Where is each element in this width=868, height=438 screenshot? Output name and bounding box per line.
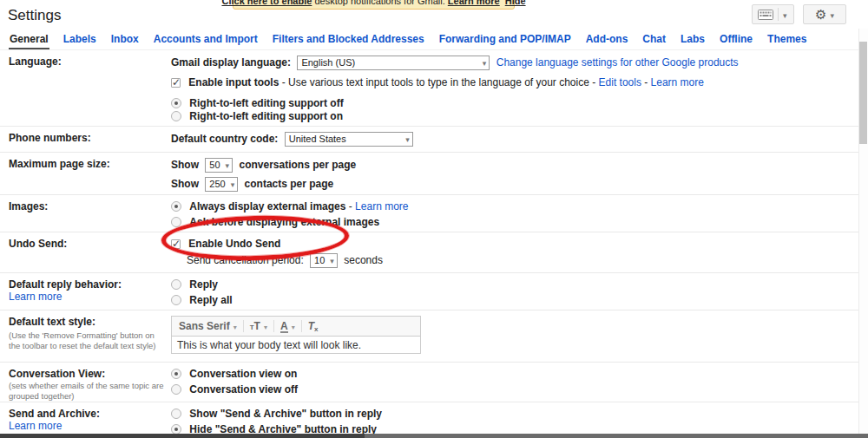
row-default-text-style: Default text style: (Use the 'Remove For… (0, 310, 868, 362)
input-tools-line: Enable input tools - Use various text in… (171, 76, 868, 89)
phone-numbers-label: Phone numbers: (9, 132, 91, 144)
tab-labels[interactable]: Labels (62, 30, 97, 49)
row-conversation-view: Conversation View: (sets whether emails … (0, 362, 868, 402)
input-tools-desc: - Use various text input tools to type i… (279, 76, 598, 88)
enable-input-tools-checkbox[interactable] (171, 78, 181, 88)
dropdown-arrow-icon (226, 159, 230, 173)
display-language-select[interactable]: English (US) (297, 56, 490, 70)
undo-send-label: Undo Send: (9, 238, 67, 250)
enable-undo-send-line: Enable Undo Send (171, 238, 868, 251)
rtl-on-label: Right-to-left editing support on (189, 110, 343, 122)
horizontal-scrollbar-thumb[interactable] (0, 434, 365, 438)
vertical-scrollbar-thumb[interactable] (859, 42, 867, 144)
row-default-reply-behavior: Default reply behavior: Learn more Reply… (0, 272, 868, 310)
text-style-note: (Use the 'Remove Formatting' button on t… (9, 330, 165, 351)
font-family-dropdown[interactable]: Sans Serif (179, 320, 237, 332)
settings-tabs: General Labels Inbox Accounts and Import… (0, 28, 868, 50)
cancellation-period-select[interactable]: 10 (310, 253, 338, 268)
always-display-images-radio[interactable] (171, 201, 181, 212)
settings-table: Language: Gmail display language: Englis… (0, 50, 868, 438)
conversation-on-line: Conversation view on (171, 368, 868, 381)
conversation-view-on-radio[interactable] (171, 369, 181, 379)
dropdown-arrow-icon (405, 133, 410, 147)
rtl-on-line: Right-to-left editing support on (171, 110, 868, 123)
reply-behavior-learn-more-link[interactable]: Learn more (9, 291, 62, 303)
enable-undo-send-checkbox[interactable] (171, 239, 181, 249)
gear-icon (815, 7, 830, 23)
dropdown-arrow-icon (483, 56, 487, 70)
dropdown-arrow-icon (288, 320, 295, 332)
rtl-off-radio[interactable] (171, 98, 181, 108)
max-page-size-label: Maximum page size: (9, 158, 110, 170)
input-tools-learn-more-link[interactable]: Learn more (651, 76, 704, 88)
banner-text: desktop notifications for Gmail. (314, 0, 444, 6)
language-label: Language: (9, 56, 62, 68)
show-send-archive-radio[interactable] (171, 409, 181, 419)
tab-offline[interactable]: Offline (719, 30, 753, 49)
chevron-down-icon (830, 9, 834, 21)
font-size-dropdown[interactable] (250, 320, 267, 332)
row-phone-numbers: Phone numbers: Default country code: Uni… (0, 126, 868, 152)
reply-radio[interactable] (171, 279, 181, 290)
country-code-label: Default country code: (171, 133, 278, 145)
banner-hide-link[interactable]: Hide (505, 0, 526, 6)
max-page-size-label-cell: Maximum page size: (0, 153, 171, 194)
input-tools-keyboard-button[interactable] (752, 4, 794, 24)
reply-line: Reply (171, 278, 868, 291)
edit-tools-link[interactable]: Edit tools (599, 76, 641, 88)
text-style-label: Default text style: (9, 316, 95, 328)
text-style-label-cell: Default text style: (Use the 'Remove For… (0, 311, 171, 362)
undo-send-label-cell: Undo Send: (0, 232, 171, 272)
banner-learn-more-link[interactable]: Learn more (448, 0, 500, 6)
vertical-scrollbar[interactable] (858, 29, 868, 434)
ask-before-images-radio[interactable] (171, 217, 181, 227)
tab-general[interactable]: General (9, 30, 49, 49)
text-style-toolbar: Sans Serif (171, 316, 421, 337)
text-style-preview: This is what your body text will look li… (171, 337, 421, 354)
reply-all-radio[interactable] (171, 295, 181, 305)
input-tools-label: Enable input tools (188, 76, 279, 88)
remove-formatting-icon (308, 320, 314, 332)
dropdown-arrow-icon (260, 320, 267, 332)
images-label: Images: (9, 200, 48, 212)
banner-enable-link[interactable]: Click here to enable (221, 0, 312, 6)
change-language-link[interactable]: Change language settings for other Googl… (496, 56, 739, 69)
contacts-per-page-line: Show 250 contacts per page (171, 177, 868, 192)
horizontal-scrollbar[interactable] (0, 434, 868, 438)
contacts-per-page-select[interactable]: 250 (205, 177, 238, 192)
tab-chat[interactable]: Chat (641, 30, 667, 49)
country-code-line: Default country code: United States (171, 132, 868, 147)
display-language-label: Gmail display language: (171, 56, 291, 69)
remove-formatting-button[interactable] (308, 319, 319, 333)
dropdown-arrow-icon (231, 178, 235, 192)
dropdown-arrow-icon (330, 254, 334, 268)
settings-gear-button[interactable] (803, 4, 846, 24)
conversation-view-label: Conversation View: (9, 368, 105, 380)
conversations-per-page-select[interactable]: 50 (205, 158, 233, 173)
always-display-images-line: Always display external images - Learn m… (171, 200, 868, 213)
conversation-view-note: (sets whether emails of the same topic a… (9, 381, 165, 402)
country-code-select[interactable]: United States (285, 132, 413, 147)
cancellation-period-line: Send cancellation period: 10 seconds (171, 253, 868, 268)
send-archive-label-cell: Send and Archive: Learn more (0, 402, 171, 438)
button-divider (778, 8, 779, 21)
ask-before-images-line: Ask before displaying external images (171, 216, 868, 229)
tab-accounts-and-import[interactable]: Accounts and Import (153, 30, 259, 49)
reply-behavior-label-cell: Default reply behavior: Learn more (0, 273, 171, 310)
tab-add-ons[interactable]: Add-ons (585, 30, 629, 49)
display-language-line: Gmail display language: English (US) Cha… (171, 56, 868, 70)
tab-labs[interactable]: Labs (680, 30, 706, 49)
tab-inbox[interactable]: Inbox (110, 30, 140, 49)
images-learn-more-link[interactable]: Learn more (355, 200, 408, 212)
conversations-per-page-line: Show 50 conversations per page (171, 158, 868, 173)
send-archive-label: Send and Archive: (9, 408, 100, 420)
tab-forwarding-and-pop-imap[interactable]: Forwarding and POP/IMAP (438, 30, 572, 49)
keyboard-icon (758, 10, 773, 20)
tab-filters-and-blocked-addresses[interactable]: Filters and Blocked Addresses (272, 30, 425, 49)
conversation-view-off-radio[interactable] (171, 384, 181, 395)
send-archive-learn-more-link[interactable]: Learn more (9, 420, 62, 432)
text-color-dropdown[interactable] (280, 320, 295, 333)
tab-themes[interactable]: Themes (766, 30, 807, 49)
rtl-on-radio[interactable] (171, 111, 181, 121)
images-label-cell: Images: (0, 195, 171, 232)
